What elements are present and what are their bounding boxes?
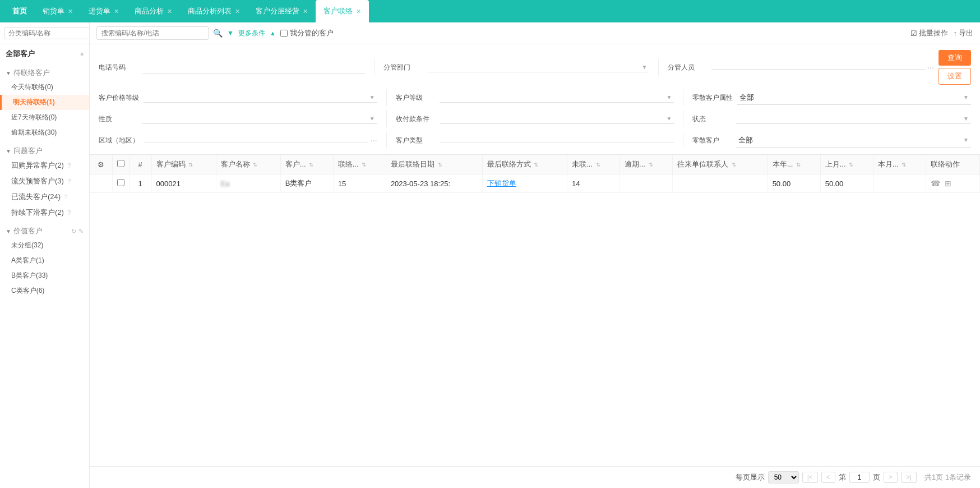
- dept-select-arrow: ▼: [641, 64, 647, 70]
- sidebar-item-a-class[interactable]: A类客户(1): [0, 253, 89, 268]
- query-button[interactable]: 查询: [939, 50, 971, 66]
- filter-payment-select[interactable]: ▼: [440, 114, 674, 124]
- filter-divider-7: [386, 132, 387, 149]
- sidebar-item-rebuy-abnormal[interactable]: 回购异常客户(2) ?: [0, 158, 89, 173]
- filter-divider-6: [683, 111, 683, 127]
- col-unit-contact[interactable]: 往来单位联系人 ⇅: [673, 155, 768, 174]
- filter-nature-select[interactable]: ▼: [142, 114, 377, 124]
- sidebar-pending-contact-section: ▼ 待联络客户 今天待联络(0) 明天待联络(1) 近7天待联络(0) 逾期未联…: [0, 63, 89, 141]
- table-settings-icon[interactable]: ⚙: [98, 160, 104, 169]
- nav-purchase[interactable]: 进货单 ✕: [81, 0, 127, 22]
- filter-row-2: 客户价格等级 ▼ 客户等级 ▼ 零散客户属性: [99, 89, 971, 106]
- close-goods-analysis-list-icon[interactable]: ✕: [235, 8, 240, 15]
- col-this-month[interactable]: 本月... ⇅: [873, 155, 926, 174]
- action-phone-icon[interactable]: ☎: [931, 179, 940, 188]
- row-last-month: 50.00: [820, 174, 873, 193]
- prev-page-button[interactable]: <: [821, 472, 835, 483]
- filter-person: 分管人员 ···: [668, 63, 934, 72]
- first-page-button[interactable]: |<: [802, 472, 818, 483]
- export-button[interactable]: ↑ 导出: [954, 28, 974, 38]
- per-page-select[interactable]: 50 100 200: [768, 471, 799, 484]
- col-type[interactable]: 客户... ⇅: [280, 155, 333, 174]
- close-goods-analysis-icon[interactable]: ✕: [167, 8, 172, 15]
- sidebar-value-title[interactable]: ▼ 价值客户 ↻ ✎: [0, 223, 89, 238]
- col-last-contact-way[interactable]: 最后联络方式 ⇅: [482, 155, 567, 174]
- close-purchase-icon[interactable]: ✕: [114, 8, 119, 15]
- sidebar-item-overdue-pending[interactable]: 逾期未联络(30): [0, 125, 89, 140]
- col-this-year[interactable]: 本年... ⇅: [768, 155, 820, 174]
- nav-goods-analysis-list[interactable]: 商品分析列表 ✕: [180, 0, 248, 22]
- page-number-input[interactable]: [849, 472, 870, 483]
- search-input[interactable]: [96, 26, 209, 40]
- pending-arrow-icon: ▼: [6, 70, 11, 76]
- action-grid-icon[interactable]: ⊞: [945, 179, 951, 188]
- settings-button[interactable]: 设置: [939, 68, 971, 85]
- next-page-button[interactable]: >: [884, 472, 898, 483]
- sidebar-item-7days-pending[interactable]: 近7天待联络(0): [0, 110, 89, 125]
- lastmonth-sort-icon: ⇅: [849, 162, 853, 168]
- sidebar-item-ungrouped[interactable]: 未分组(32): [0, 238, 89, 253]
- nav-customer-contact[interactable]: 客户联络 ✕: [316, 0, 369, 22]
- sidebar-item-b-class[interactable]: B类客户(33): [0, 268, 89, 283]
- row-num: 1: [129, 174, 151, 193]
- close-customer-contact-icon[interactable]: ✕: [356, 8, 361, 15]
- sidebar-pending-contact-title[interactable]: ▼ 待联络客户: [0, 65, 89, 80]
- col-contact[interactable]: 联络... ⇅: [333, 155, 386, 174]
- filter-scatter-attr-select[interactable]: 全部 ▼: [737, 91, 971, 105]
- nav-sales[interactable]: 销货单 ✕: [35, 0, 81, 22]
- col-overdue[interactable]: 逾期... ⇅: [620, 155, 673, 174]
- value-refresh-icon[interactable]: ↻: [71, 228, 76, 235]
- filter-region-dots[interactable]: ···: [371, 136, 377, 145]
- filter-price-level-select[interactable]: ▼: [144, 93, 377, 103]
- filter-status-select[interactable]: ▼: [736, 114, 971, 124]
- search-button[interactable]: 🔍: [213, 29, 223, 38]
- row-checkbox[interactable]: [117, 179, 124, 186]
- my-customers-checkbox[interactable]: [280, 30, 288, 37]
- col-uncontacted[interactable]: 未联... ⇅: [567, 155, 620, 174]
- sidebar-item-today-pending[interactable]: 今天待联络(0): [0, 80, 89, 95]
- filter-customer-type-select[interactable]: [440, 139, 674, 142]
- sidebar-item-churn-warning[interactable]: 流失预警客户(3) ?: [0, 173, 89, 189]
- filter-scatter-attr: 零散客户属性 全部 ▼: [692, 91, 971, 105]
- last-date-sort-icon: ⇅: [438, 162, 442, 168]
- col-code[interactable]: 客户编码 ⇅: [151, 155, 216, 174]
- filter-phone-input[interactable]: [142, 62, 365, 73]
- col-last-month[interactable]: 上月... ⇅: [820, 155, 873, 174]
- sidebar-item-tomorrow-pending[interactable]: 明天待联络(1): [0, 95, 89, 110]
- price-level-arrow: ▼: [369, 94, 375, 100]
- last-contact-way-link[interactable]: 下销货单: [487, 179, 516, 187]
- value-arrow-icon: ▼: [6, 228, 11, 234]
- nav-customer-segment[interactable]: 客户分层经营 ✕: [248, 0, 316, 22]
- sidebar-item-continuous-decline[interactable]: 持续下滑客户(2) ?: [0, 205, 89, 220]
- nav-home[interactable]: 首页: [4, 0, 35, 22]
- filter-person-dots[interactable]: ···: [927, 63, 934, 72]
- batch-op-button[interactable]: ☑ 批量操作: [910, 28, 948, 38]
- filter-scatter-customer-select[interactable]: 全部 ▼: [736, 133, 971, 148]
- more-conditions-button[interactable]: 更多条件: [238, 29, 265, 38]
- nav-goods-analysis[interactable]: 商品分析 ✕: [127, 0, 180, 22]
- filter-dept-select[interactable]: ▼: [427, 62, 650, 72]
- col-settings[interactable]: ⚙: [90, 155, 112, 174]
- close-customer-segment-icon[interactable]: ✕: [303, 8, 308, 15]
- filter-divider-2: [658, 59, 659, 76]
- filter-person-select[interactable]: [711, 66, 925, 70]
- row-this-month: [873, 174, 926, 193]
- scatter-attr-arrow: ▼: [963, 94, 969, 100]
- filter-customer-level-select[interactable]: ▼: [440, 93, 674, 103]
- sidebar-item-c-class[interactable]: C类客户(6): [0, 283, 89, 298]
- sidebar-problem-title[interactable]: ▼ 问题客户: [0, 142, 89, 158]
- thismonth-sort-icon: ⇅: [902, 162, 906, 168]
- sidebar-all-customers[interactable]: 全部客户 «: [0, 45, 89, 62]
- sidebar-item-churned[interactable]: 已流失客户(24) ?: [0, 189, 89, 205]
- row-action-cell: ☎ ⊞: [926, 174, 979, 193]
- sidebar-search-input[interactable]: [4, 27, 90, 39]
- filter-region-select[interactable]: [144, 139, 368, 142]
- select-all-checkbox[interactable]: [117, 160, 124, 167]
- value-edit-icon[interactable]: ✎: [78, 228, 84, 235]
- filter-divider-5: [386, 111, 387, 127]
- my-customers-toggle[interactable]: 我分管的客户: [280, 28, 334, 38]
- col-name[interactable]: 客户名称 ⇅: [216, 155, 280, 174]
- last-page-button[interactable]: >|: [901, 472, 917, 483]
- close-sales-icon[interactable]: ✕: [68, 8, 73, 15]
- col-last-contact-date[interactable]: 最后联络日期 ⇅: [386, 155, 482, 174]
